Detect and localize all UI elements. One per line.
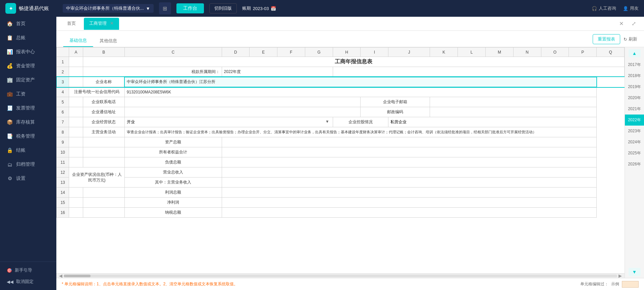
scroll-left-arrow[interactable]: ◀ [58, 273, 64, 278]
year-item-2022[interactable]: 2022年 [625, 115, 644, 126]
cell-2-label: 税款所属期间： [83, 67, 222, 77]
cell-7-A[interactable] [69, 117, 83, 127]
sub-tab-basic[interactable]: 基础信息 [63, 34, 93, 47]
calendar-icon[interactable]: 📅 [271, 6, 276, 11]
cell-11-A[interactable] [69, 157, 83, 167]
tab-close-icon[interactable]: ✕ [110, 21, 114, 26]
sidebar-item-label: 归档管理 [16, 161, 35, 167]
sidebar-item-tax[interactable]: 📑 税务管理 [0, 129, 56, 143]
ledger-icon: 📋 [7, 35, 13, 41]
asset-icon: 🏢 [7, 77, 13, 83]
year-item-2017[interactable]: 2017年 [625, 59, 644, 70]
fund-icon: 💰 [7, 63, 13, 69]
horizontal-scrollbar[interactable]: ◀ ▶ [56, 273, 625, 278]
cell-15-value[interactable] [222, 198, 597, 208]
sub-tab-other[interactable]: 其他信息 [93, 35, 123, 47]
cell-12-value[interactable] [222, 167, 597, 177]
row-num-2: 2 [57, 67, 69, 77]
cell-9-value[interactable] [222, 137, 597, 147]
company-selector[interactable]: 中审众环会计师事务所（特殊普通合伙... ▼ [63, 4, 154, 13]
row-num-16: 16 [57, 208, 69, 218]
cell-14-A[interactable] [69, 188, 83, 198]
sidebar-item-unpin[interactable]: ◀◀ 取消固定 [0, 276, 56, 287]
cell-2-A[interactable] [69, 67, 83, 77]
scrollbar-track[interactable] [64, 275, 617, 277]
close-panel-icon[interactable]: ✕ [616, 19, 626, 28]
cell-3-value[interactable]: 中审众环会计师事务所（特殊普通合伙）江苏分所 [124, 77, 596, 87]
sidebar-item-wage[interactable]: 💼 工资 [0, 87, 56, 101]
sidebar-item-inventory[interactable]: 📦 库存核算 [0, 115, 56, 129]
cell-7-rvalue[interactable]: 私营企业 [388, 117, 597, 127]
year-item-2018[interactable]: 2018年 [625, 70, 644, 81]
cell-1-A[interactable] [69, 57, 83, 67]
cell-8-value[interactable]: 审查企业会计报表；出具审计报告；验证企业资本；出具验资报告；办理企业合开、分立、… [124, 127, 596, 137]
cell-15-B[interactable] [83, 198, 124, 208]
year-scroll-up[interactable]: ▲ [629, 49, 641, 57]
expand-icon[interactable]: ⤢ [629, 19, 639, 28]
cell-16-value[interactable] [222, 208, 597, 218]
cell-2-value[interactable]: 2022年度 [222, 67, 333, 77]
cell-16-A[interactable] [69, 208, 83, 218]
year-item-2026[interactable]: 2026年 [625, 159, 644, 170]
switch-version-button[interactable]: 切到旧版 [209, 3, 237, 13]
refresh-button[interactable]: ↻ 刷新 [624, 36, 637, 42]
sidebar-item-invoice[interactable]: 🧾 发票管理 [0, 101, 56, 115]
cell-4-value[interactable]: 91320100MA208E5W6K [124, 87, 596, 97]
sidebar-item-close[interactable]: 🔒 结账 [0, 143, 56, 157]
company-icon-btn[interactable]: ⊞ [159, 2, 171, 14]
sub-tab-bar: 基础信息 其他信息 重置报表 ↻ 刷新 [56, 31, 644, 47]
scrollbar-thumb[interactable] [64, 275, 91, 277]
tab-home[interactable]: 首页 [62, 18, 81, 30]
cell-5-A[interactable] [69, 97, 83, 107]
cell-14-B[interactable] [83, 188, 124, 198]
spreadsheet-scroll[interactable]: A B C D E F G H I J [56, 47, 625, 273]
cell-10-B[interactable] [83, 147, 124, 157]
sidebar-item-report[interactable]: 📊 报表中心 [0, 45, 56, 59]
cell-16-B[interactable] [83, 208, 124, 218]
year-item-2025[interactable]: 2025年 [625, 148, 644, 159]
cell-7-value[interactable]: 开业 ▼ [124, 117, 333, 127]
cell-6-A[interactable] [69, 107, 83, 117]
cell-9-B[interactable] [83, 137, 124, 147]
reset-report-button[interactable]: 重置报表 [593, 34, 620, 44]
cell-8-A[interactable] [69, 127, 83, 137]
tab-bizreg[interactable]: 工商管理 ✕ [84, 18, 119, 30]
year-item-2019[interactable]: 2019年 [625, 81, 644, 92]
user-area[interactable]: 👤 用友 [623, 5, 639, 11]
sidebar-item-newbie[interactable]: 🎯 新手引导 [0, 265, 56, 276]
sidebar-item-archive[interactable]: 🗂 归档管理 [0, 157, 56, 171]
scroll-right-arrow[interactable]: ▶ [617, 273, 623, 278]
year-item-2020[interactable]: 2020年 [625, 92, 644, 103]
cell-2-empty[interactable] [333, 67, 624, 77]
cell-11-value[interactable] [222, 157, 597, 167]
top-header: ✦ 畅捷通易代账 中审众环会计师事务所（特殊普通合伙... ▼ ⊞ 工作台 切到… [0, 0, 644, 17]
cell-6-rvalue[interactable] [430, 107, 597, 117]
cell-title[interactable]: 工商年报信息表 [83, 57, 624, 67]
year-scroll-down[interactable]: ▼ [629, 268, 641, 276]
cell-13-value[interactable] [222, 177, 597, 188]
workbench-button[interactable]: 工作台 [176, 3, 204, 13]
cell-3-A[interactable] [69, 77, 83, 87]
row-num-3: 3 [57, 77, 69, 87]
sidebar-item-fund[interactable]: 💰 资金管理 [0, 59, 56, 73]
sidebar-item-asset[interactable]: 🏢 固定资产 [0, 73, 56, 87]
cell-5-rvalue[interactable] [430, 97, 597, 107]
cell-15-A[interactable] [69, 198, 83, 208]
cell-6-value[interactable] [124, 107, 361, 117]
year-item-2023[interactable]: 2023年 [625, 126, 644, 137]
cell-4-label: 注册号/统一社会信用代码 [69, 87, 125, 97]
sidebar-item-settings[interactable]: ⚙ 设置 [0, 171, 56, 186]
sidebar-item-label: 发票管理 [16, 105, 35, 111]
user-icon: 👤 [623, 6, 628, 11]
consult-button[interactable]: 🎧 人工咨询 [592, 5, 616, 11]
cell-10-A[interactable] [69, 147, 83, 157]
cell-10-value[interactable] [222, 147, 597, 157]
cell-14-value[interactable] [222, 188, 597, 198]
cell-11-B[interactable] [83, 157, 124, 167]
year-item-2024[interactable]: 2024年 [625, 137, 644, 148]
cell-5-value[interactable] [124, 97, 361, 107]
cell-9-A[interactable] [69, 137, 83, 147]
sidebar-item-home[interactable]: 🏠 首页 [0, 17, 56, 31]
sidebar-item-ledger[interactable]: 📋 总账 [0, 31, 56, 45]
year-item-2021[interactable]: 2021年 [625, 103, 644, 115]
